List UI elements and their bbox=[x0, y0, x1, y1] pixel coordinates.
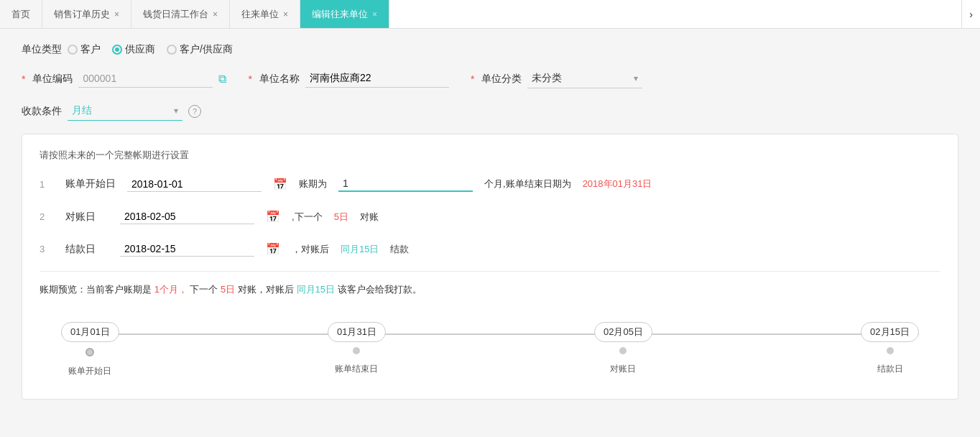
bill-start-date[interactable] bbox=[127, 177, 262, 192]
timeline-date-end: 01月31日 bbox=[328, 322, 386, 342]
unit-code-group: * 单位编码 ⧉ bbox=[22, 70, 226, 88]
tab-home[interactable]: 首页 bbox=[0, 0, 42, 28]
tab-partners-close[interactable]: × bbox=[283, 9, 288, 19]
unit-name-required: * bbox=[248, 73, 251, 85]
timeline-point-start: 01月01日 账单开始日 bbox=[61, 322, 119, 377]
payment-calendar[interactable]: 📅 bbox=[266, 242, 280, 256]
timeline-date-start: 01月01日 bbox=[61, 322, 119, 342]
preview-text: 账期预览：当前客户账期是 1个月， 下一个 5日 对账，对账后 同月15日 该客… bbox=[40, 283, 940, 296]
payment-terms-dropdown[interactable]: 月结 ▾ bbox=[68, 101, 182, 121]
bill-start-label: 账单开始日 bbox=[65, 178, 116, 190]
timeline-label-reconcile: 对账日 bbox=[610, 363, 636, 375]
tab-partners-label: 往来单位 bbox=[241, 8, 279, 21]
unit-category-label: 单位分类 bbox=[481, 73, 522, 86]
unit-type-row: 单位类型 客户 供应商 客户/供应商 bbox=[22, 43, 958, 56]
setting-row-3: 3 结款日 📅 ，对账后 同月15日 结款 bbox=[40, 242, 940, 257]
unit-category-required: * bbox=[471, 73, 474, 85]
timeline-dot-start bbox=[85, 348, 94, 356]
unit-type-radios: 客户 供应商 客户/供应商 bbox=[68, 43, 233, 56]
reconcile-prefix: ,下一个 bbox=[292, 211, 323, 224]
reconcile-day-highlight: 5日 bbox=[334, 211, 348, 224]
unit-code-input[interactable] bbox=[78, 70, 213, 88]
payment-day-highlight: 同月15日 bbox=[341, 243, 379, 256]
settings-card: 请按照未来的一个完整帐期进行设置 1 账单开始日 📅 账期为 个月,账单结束日期… bbox=[22, 134, 958, 400]
timeline-label-payment: 结款日 bbox=[877, 363, 903, 375]
tab-home-label: 首页 bbox=[11, 8, 30, 21]
unit-code-copy-icon[interactable]: ⧉ bbox=[218, 73, 226, 86]
period-suffix: 个月,账单结束日期为 bbox=[484, 178, 571, 190]
unit-code-required: * bbox=[22, 73, 25, 85]
payment-label: 结款日 bbox=[65, 243, 108, 256]
radio-supplier-dot bbox=[115, 47, 119, 52]
unit-type-group: 单位类型 客户 供应商 客户/供应商 bbox=[22, 43, 233, 56]
radio-supplier-circle bbox=[112, 45, 122, 55]
reconcile-date[interactable] bbox=[120, 209, 254, 224]
unit-category-arrow: ▾ bbox=[634, 73, 638, 83]
help-icon[interactable]: ? bbox=[188, 105, 201, 118]
radio-customer-label: 客户 bbox=[80, 43, 101, 56]
timeline-point-reconcile: 02月05日 对账日 bbox=[594, 322, 652, 377]
unit-name-group: * 单位名称 bbox=[248, 70, 448, 88]
unit-category-value: 未分类 bbox=[532, 72, 631, 85]
payment-suffix: 结款 bbox=[390, 243, 409, 256]
payment-terms-value: 月结 bbox=[72, 104, 171, 117]
payment-date[interactable] bbox=[120, 242, 254, 257]
unit-name-label: 单位名称 bbox=[259, 73, 300, 86]
timeline-point-end: 01月31日 账单结束日 bbox=[328, 322, 386, 377]
tab-sales-history[interactable]: 销售订单历史 × bbox=[42, 0, 131, 28]
section-divider bbox=[40, 271, 940, 272]
preview-payment-day: 同月15日 bbox=[297, 284, 335, 295]
section-title: 请按照未来的一个完整帐期进行设置 bbox=[40, 149, 940, 162]
tab-cashflow-label: 钱货日清工作台 bbox=[143, 8, 208, 21]
unit-name-input[interactable] bbox=[305, 70, 449, 88]
unit-type-label: 单位类型 bbox=[22, 43, 62, 56]
radio-customer-circle bbox=[68, 45, 78, 55]
radio-customer-supplier-circle bbox=[167, 45, 177, 55]
timeline-dot-end bbox=[353, 347, 360, 354]
tab-cashflow[interactable]: 钱货日清工作台 × bbox=[131, 0, 230, 28]
timeline-dot-payment bbox=[887, 347, 894, 354]
radio-customer[interactable]: 客户 bbox=[68, 43, 101, 56]
timeline: 01月01日 账单开始日 01月31日 账单结束日 02月05日 对账日 02月… bbox=[40, 308, 940, 385]
bill-start-calendar[interactable]: 📅 bbox=[273, 178, 287, 191]
payment-terms-row: 收款条件 月结 ▾ ? bbox=[22, 101, 958, 121]
preview-reconcile-day: 5日 bbox=[221, 284, 235, 295]
preview-period: 1个月， bbox=[154, 284, 188, 295]
tab-edit-partner-label: 编辑往来单位 bbox=[312, 8, 368, 21]
radio-customer-supplier-label: 客户/供应商 bbox=[180, 43, 233, 56]
tab-sales-history-label: 销售订单历史 bbox=[54, 8, 110, 21]
tab-sales-history-close[interactable]: × bbox=[114, 9, 119, 19]
radio-customer-supplier[interactable]: 客户/供应商 bbox=[167, 43, 233, 56]
radio-supplier[interactable]: 供应商 bbox=[112, 43, 155, 56]
tab-edit-partner[interactable]: 编辑往来单位 × bbox=[300, 0, 389, 28]
tab-cashflow-close[interactable]: × bbox=[213, 9, 218, 19]
tab-expand-button[interactable]: › bbox=[961, 0, 980, 28]
timeline-date-payment: 02月15日 bbox=[861, 322, 919, 342]
unit-category-group: * 单位分类 未分类 ▾ bbox=[471, 69, 642, 88]
payment-terms-arrow: ▾ bbox=[174, 106, 178, 116]
row-num-1: 1 bbox=[40, 179, 54, 190]
reconcile-label: 对账日 bbox=[65, 211, 108, 224]
unit-category-dropdown[interactable]: 未分类 ▾ bbox=[527, 69, 642, 88]
preview-section: 账期预览：当前客户账期是 1个月， 下一个 5日 对账，对账后 同月15日 该客… bbox=[40, 283, 940, 296]
reconcile-calendar[interactable]: 📅 bbox=[266, 210, 280, 224]
preview-reconcile-prefix: 下一个 bbox=[190, 284, 218, 295]
timeline-label-start: 账单开始日 bbox=[68, 365, 111, 377]
bill-end-date-highlight: 2018年01月31日 bbox=[583, 178, 652, 190]
preview-suffix: 该客户会给我打款。 bbox=[338, 284, 422, 295]
tab-edit-partner-close[interactable]: × bbox=[372, 9, 377, 19]
radio-supplier-label: 供应商 bbox=[125, 43, 155, 56]
period-label: 账期为 bbox=[299, 178, 327, 190]
reconcile-suffix: 对账 bbox=[360, 211, 379, 224]
period-input[interactable] bbox=[338, 176, 473, 192]
expand-icon: › bbox=[969, 9, 973, 20]
payment-terms-label: 收款条件 bbox=[22, 105, 62, 118]
tab-bar: 首页 销售订单历史 × 钱货日清工作台 × 往来单位 × 编辑往来单位 × › bbox=[0, 0, 980, 29]
row-num-2: 2 bbox=[40, 211, 54, 222]
unit-info-row: * 单位编码 ⧉ * 单位名称 * 单位分类 未分类 ▾ bbox=[22, 69, 958, 88]
tab-partners[interactable]: 往来单位 × bbox=[230, 0, 300, 28]
payment-terms-group: 收款条件 月结 ▾ ? bbox=[22, 101, 201, 121]
preview-prefix: 账期预览：当前客户账期是 bbox=[40, 284, 152, 295]
timeline-dot-reconcile bbox=[619, 347, 627, 354]
row-num-3: 3 bbox=[40, 244, 54, 254]
